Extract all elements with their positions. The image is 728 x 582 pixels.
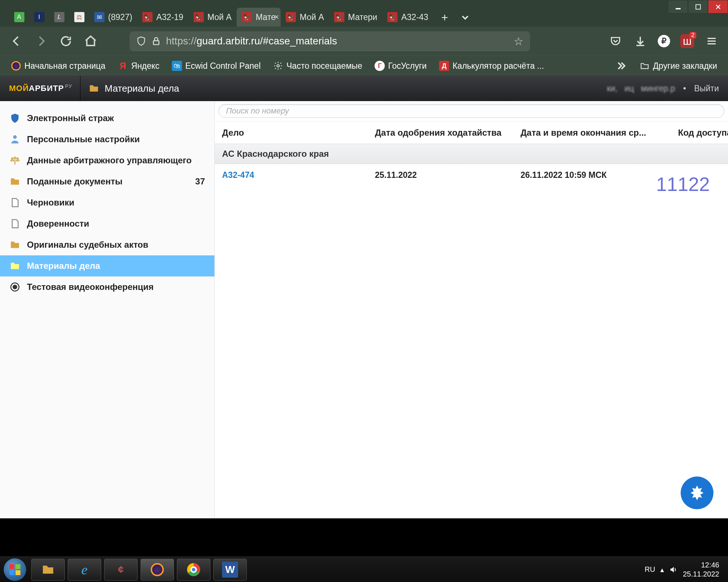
scales-icon: ⚖ <box>74 12 84 22</box>
account-icon[interactable]: ₽ <box>658 35 670 47</box>
tab-icon: A <box>14 12 24 22</box>
eagle-icon: 🦅 <box>286 12 296 22</box>
tabs-overflow-button[interactable] <box>456 8 474 27</box>
bookmark-gosuslugi[interactable]: ГГосУслуги <box>370 59 431 73</box>
volume-icon[interactable] <box>669 565 678 574</box>
menu-icon[interactable] <box>704 34 719 48</box>
back-button[interactable] <box>9 34 24 48</box>
col-approval[interactable]: Дата одобрения ходатайства <box>375 128 521 138</box>
sidebar-item-guard[interactable]: Электронный страж <box>0 108 214 129</box>
d-icon: Д <box>439 61 449 71</box>
task-c[interactable]: ¢ <box>104 559 138 581</box>
sidebar-item-label: Тестовая видеоконференция <box>27 282 154 292</box>
access-code: 11122 <box>656 173 710 195</box>
task-ie[interactable]: e <box>68 559 101 581</box>
sidebar-item-settings[interactable]: Персональные настройки <box>0 129 214 150</box>
task-firefox[interactable] <box>141 559 174 581</box>
pinned-tab-3[interactable]: L <box>49 8 69 27</box>
tab-materials-2[interactable]: 🦅Матери <box>329 8 382 27</box>
svg-rect-4 <box>153 41 159 45</box>
pinned-tab-2[interactable]: I <box>29 8 49 27</box>
taskbar-clock[interactable]: 12:46 25.11.2022 <box>683 561 719 579</box>
fab-eagle-button[interactable] <box>681 477 713 509</box>
col-case[interactable]: Дело <box>222 128 375 138</box>
bookmarks-overflow-button[interactable] <box>610 60 632 71</box>
content-area: Дело Дата одобрения ходатайства Дата и в… <box>215 101 728 518</box>
pinned-tab-1[interactable]: A <box>9 8 29 27</box>
tab-moy-a-1[interactable]: 🦅Мой А <box>189 8 237 27</box>
search-input[interactable] <box>226 106 717 116</box>
tab-moy-a-2[interactable]: 🦅Мой А <box>281 8 329 27</box>
bookmark-label: Другие закладки <box>653 61 717 71</box>
sidebar-item-manager[interactable]: Данные арбитражного управляющего <box>0 150 214 171</box>
bookmark-label: Начальная страница <box>24 61 106 71</box>
task-explorer[interactable] <box>31 559 65 581</box>
sidebar-item-submitted[interactable]: Поданные документы37 <box>0 171 214 192</box>
sidebar-item-originals[interactable]: Оригиналы судебных актов <box>0 234 214 255</box>
bookmark-frequent[interactable]: Часто посещаемые <box>269 59 367 73</box>
bookmark-star-icon[interactable]: ☆ <box>514 35 523 48</box>
extension-icon[interactable]: ш2 <box>680 34 694 48</box>
bag-icon: 🛍 <box>172 61 182 71</box>
logout-link[interactable]: Выйти <box>694 84 719 93</box>
tab-label: А32-19 <box>156 12 183 22</box>
bookmark-label: Калькулятор расчёта ... <box>452 61 544 71</box>
task-word[interactable]: W <box>213 559 247 581</box>
pocket-icon[interactable] <box>608 34 623 48</box>
count-badge: 37 <box>195 176 205 187</box>
shield-icon <box>9 113 20 124</box>
sidebar-item-materials[interactable]: Материалы дела <box>0 255 214 276</box>
yandex-icon: Я <box>118 61 128 71</box>
task-chrome[interactable] <box>177 559 210 581</box>
close-icon[interactable]: × <box>274 12 279 22</box>
downloads-icon[interactable] <box>633 34 648 48</box>
home-button[interactable] <box>83 34 98 48</box>
sidebar-item-drafts[interactable]: Черновики <box>0 192 214 213</box>
address-bar[interactable]: https://guard.arbitr.ru/#case_materials … <box>130 31 530 51</box>
black-gap <box>0 518 728 557</box>
bookmark-label: Ecwid Control Panel <box>185 61 261 71</box>
new-tab-button[interactable]: + <box>436 8 454 27</box>
window-minimize-button[interactable] <box>668 0 688 13</box>
sidebar-item-vconf[interactable]: Тестовая видеоконференция <box>0 276 214 298</box>
gos-icon: Г <box>375 61 385 71</box>
col-deadline[interactable]: Дата и время окончания ср... <box>521 128 659 138</box>
language-indicator[interactable]: RU <box>645 565 655 574</box>
bookmark-calculator[interactable]: ДКалькулятор расчёта ... <box>435 59 548 73</box>
bookmark-label: Часто посещаемые <box>286 61 362 71</box>
start-button[interactable] <box>4 558 26 581</box>
bookmark-ecwid[interactable]: 🛍Ecwid Control Panel <box>167 59 265 73</box>
pinned-tab-4[interactable]: ⚖ <box>69 8 89 27</box>
app-header: МОЙАРБИТРРУ Материалы дела ки, иц мингер… <box>0 76 728 101</box>
tab-case-a32-19[interactable]: 🦅А32-19 <box>137 8 188 27</box>
tab-mail[interactable]: ✉(8927) <box>89 8 137 27</box>
tray-chevron-icon[interactable]: ▴ <box>660 565 664 574</box>
folder-icon <box>9 239 20 250</box>
sidebar-item-label: Данные арбитражного управляющего <box>27 155 191 166</box>
system-tray: RU ▴ 12:46 25.11.2022 <box>645 561 724 579</box>
tab-label: (8927) <box>108 12 132 22</box>
folder-icon <box>9 260 20 271</box>
forward-button[interactable] <box>34 34 48 48</box>
svg-point-10 <box>13 135 17 139</box>
sidebar-item-poa[interactable]: Доверенности <box>0 213 214 234</box>
window-close-button[interactable] <box>708 0 728 13</box>
app-logo[interactable]: МОЙАРБИТРРУ <box>9 83 72 93</box>
other-bookmarks-folder[interactable]: Другие закладки <box>635 59 721 73</box>
case-link[interactable]: А32-474 <box>222 170 375 180</box>
tab-label: А32-43 <box>401 12 428 22</box>
bookmark-home[interactable]: Начальная страница <box>7 59 110 73</box>
user-info: ки, иц мингер.р <box>607 84 675 93</box>
window-maximize-button[interactable] <box>688 0 708 13</box>
firefox-icon <box>151 563 164 576</box>
tab-materials-active[interactable]: 🦅Мате× <box>237 8 281 27</box>
search-field[interactable] <box>218 104 724 118</box>
col-code[interactable]: Код доступа <box>659 128 728 138</box>
sidebar: Электронный страж Персональные настройки… <box>0 101 215 518</box>
bookmark-label: Яндекс <box>131 61 159 71</box>
table-row[interactable]: А32-474 25.11.2022 26.11.2022 10:59 МСК <box>215 164 728 186</box>
reload-button[interactable] <box>59 34 73 48</box>
tab-case-a32-43[interactable]: 🦅А32-43 <box>382 8 433 27</box>
bookmark-yandex[interactable]: ЯЯндекс <box>114 59 164 73</box>
shield-icon <box>136 36 146 46</box>
